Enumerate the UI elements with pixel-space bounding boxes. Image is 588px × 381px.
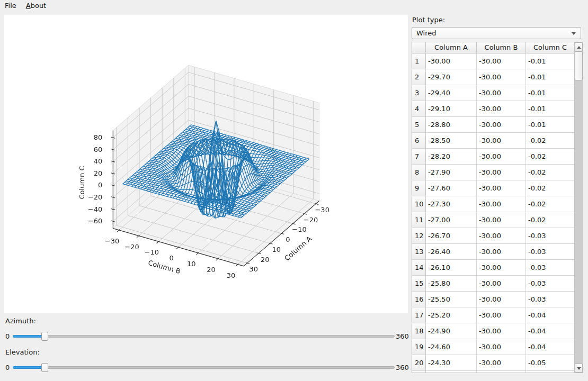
cell-column-a[interactable]: -25.50 xyxy=(426,292,477,307)
cell-column-b[interactable]: -30.00 xyxy=(477,307,526,323)
row-number-cell[interactable]: 20 xyxy=(412,355,426,371)
cell-column-b[interactable]: -30.00 xyxy=(477,276,526,292)
cell-column-a[interactable]: -25.20 xyxy=(426,307,477,323)
azimuth-slider-track[interactable] xyxy=(13,335,395,338)
cell-column-b[interactable]: -30.00 xyxy=(477,69,526,85)
cell-column-a[interactable] xyxy=(426,371,477,373)
cell-column-c[interactable]: -0.01 xyxy=(526,53,574,69)
cell-column-c[interactable]: -0.02 xyxy=(526,133,574,149)
elevation-slider[interactable]: 0 360 xyxy=(0,362,411,373)
cell-column-b[interactable]: -30.00 xyxy=(477,53,526,69)
menu-file[interactable]: File xyxy=(0,1,21,11)
elevation-slider-thumb[interactable] xyxy=(41,363,48,372)
menu-about[interactable]: About xyxy=(21,1,51,11)
cell-column-c[interactable]: -0.01 xyxy=(526,85,574,101)
cell-column-b[interactable]: -30.00 xyxy=(477,339,526,355)
row-number-cell[interactable]: 13 xyxy=(412,244,426,260)
azimuth-slider[interactable]: 0 360 xyxy=(0,331,411,342)
cell-column-b[interactable]: -30.00 xyxy=(477,85,526,101)
cell-column-b[interactable]: -30.00 xyxy=(477,117,526,133)
row-number-cell[interactable] xyxy=(412,371,426,373)
cell-column-b[interactable]: -30.00 xyxy=(477,101,526,117)
row-number-cell[interactable]: 2 xyxy=(412,69,426,85)
row-number-cell[interactable]: 4 xyxy=(412,101,426,117)
row-number-cell[interactable]: 16 xyxy=(412,292,426,307)
row-number-cell[interactable]: 3 xyxy=(412,85,426,101)
row-number-cell[interactable]: 14 xyxy=(412,260,426,276)
cell-column-a[interactable]: -27.60 xyxy=(426,180,477,196)
row-number-cell[interactable]: 15 xyxy=(412,276,426,292)
elevation-slider-track[interactable] xyxy=(13,366,395,369)
cell-column-c[interactable]: -0.02 xyxy=(526,149,574,165)
cell-column-b[interactable]: -30.00 xyxy=(477,212,526,228)
cell-column-c[interactable]: -0.03 xyxy=(526,244,574,260)
cell-column-c[interactable]: -0.02 xyxy=(526,165,574,180)
row-number-cell[interactable]: 8 xyxy=(412,165,426,180)
column-header-c[interactable]: Column C xyxy=(526,42,574,53)
row-number-cell[interactable]: 1 xyxy=(412,53,426,69)
cell-column-a[interactable]: -30.00 xyxy=(426,53,477,69)
column-header-a[interactable]: Column A xyxy=(426,42,477,53)
row-number-cell[interactable]: 17 xyxy=(412,307,426,323)
cell-column-c[interactable]: -0.04 xyxy=(526,323,574,339)
cell-column-a[interactable]: -27.90 xyxy=(426,165,477,180)
cell-column-c[interactable]: -0.02 xyxy=(526,196,574,212)
cell-column-a[interactable]: -25.80 xyxy=(426,276,477,292)
cell-column-a[interactable]: -28.50 xyxy=(426,133,477,149)
cell-column-b[interactable]: -30.00 xyxy=(477,355,526,371)
cell-column-b[interactable]: -30.00 xyxy=(477,292,526,307)
cell-column-a[interactable]: -24.30 xyxy=(426,355,477,371)
row-number-cell[interactable]: 6 xyxy=(412,133,426,149)
row-number-cell[interactable]: 9 xyxy=(412,180,426,196)
cell-column-c[interactable]: -0.03 xyxy=(526,260,574,276)
vertical-scrollbar[interactable] xyxy=(574,42,583,373)
cell-column-b[interactable]: -30.00 xyxy=(477,228,526,244)
cell-column-a[interactable]: -26.10 xyxy=(426,260,477,276)
cell-column-a[interactable]: -29.10 xyxy=(426,101,477,117)
cell-column-b[interactable]: -30.00 xyxy=(477,196,526,212)
cell-column-c[interactable]: -0.01 xyxy=(526,117,574,133)
cell-column-b[interactable]: -30.00 xyxy=(477,244,526,260)
row-number-cell[interactable]: 5 xyxy=(412,117,426,133)
cell-column-a[interactable]: -29.70 xyxy=(426,69,477,85)
cell-column-b[interactable]: -30.00 xyxy=(477,260,526,276)
cell-column-a[interactable]: -26.40 xyxy=(426,244,477,260)
cell-column-c[interactable]: -0.03 xyxy=(526,228,574,244)
cell-column-a[interactable]: -24.60 xyxy=(426,339,477,355)
cell-column-b[interactable]: -30.00 xyxy=(477,149,526,165)
scrollbar-thumb[interactable] xyxy=(575,51,583,80)
cell-column-a[interactable]: -29.40 xyxy=(426,85,477,101)
row-number-cell[interactable]: 7 xyxy=(412,149,426,165)
cell-column-c[interactable]: -0.02 xyxy=(526,180,574,196)
cell-column-c[interactable]: -0.03 xyxy=(526,276,574,292)
cell-column-c[interactable]: -0.04 xyxy=(526,307,574,323)
row-number-cell[interactable]: 10 xyxy=(412,196,426,212)
cell-column-b[interactable]: -30.00 xyxy=(477,323,526,339)
cell-column-b[interactable]: -30.00 xyxy=(477,165,526,180)
plot-canvas[interactable] xyxy=(4,15,408,313)
cell-column-b[interactable]: -30.00 xyxy=(477,133,526,149)
row-number-cell[interactable]: 12 xyxy=(412,228,426,244)
row-number-cell[interactable]: 18 xyxy=(412,323,426,339)
column-header-b[interactable]: Column B xyxy=(477,42,526,53)
cell-column-c[interactable]: -0.02 xyxy=(526,212,574,228)
cell-column-a[interactable]: -24.90 xyxy=(426,323,477,339)
azimuth-slider-thumb[interactable] xyxy=(41,332,48,341)
cell-column-c[interactable]: -0.03 xyxy=(526,292,574,307)
scroll-up-button[interactable] xyxy=(575,42,583,51)
cell-column-b[interactable]: -30.00 xyxy=(477,180,526,196)
scroll-down-button[interactable] xyxy=(575,364,583,373)
plot-type-combobox[interactable]: Wired xyxy=(412,27,581,39)
cell-column-b[interactable] xyxy=(477,371,526,373)
cell-column-c[interactable]: -0.01 xyxy=(526,101,574,117)
cell-column-c[interactable]: -0.01 xyxy=(526,69,574,85)
cell-column-a[interactable]: -28.80 xyxy=(426,117,477,133)
cell-column-a[interactable]: -27.30 xyxy=(426,196,477,212)
table-corner-cell[interactable] xyxy=(412,42,426,53)
cell-column-a[interactable]: -26.70 xyxy=(426,228,477,244)
row-number-cell[interactable]: 11 xyxy=(412,212,426,228)
cell-column-c[interactable]: -0.04 xyxy=(526,339,574,355)
cell-column-c[interactable] xyxy=(526,371,574,373)
cell-column-a[interactable]: -28.20 xyxy=(426,149,477,165)
cell-column-c[interactable]: -0.05 xyxy=(526,355,574,371)
